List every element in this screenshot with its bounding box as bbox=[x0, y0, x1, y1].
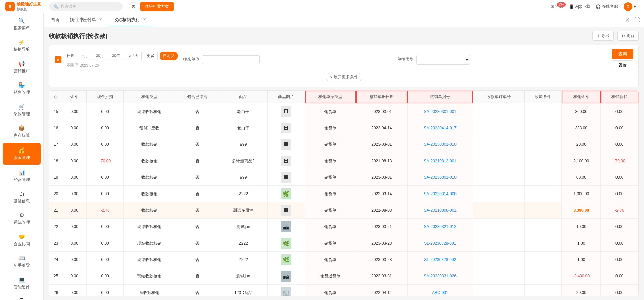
bill-no-link[interactable]: SA-20230314-008 bbox=[424, 191, 457, 196]
cell-bill-no: SA-20230301-010 bbox=[407, 169, 473, 186]
data-table-wrapper: ⚙ 余额 现金折扣 核销类型 包含已结清 商品 商品图片 核销单据类型 核销单据… bbox=[49, 90, 639, 296]
cell-cash-discount: 0.00 bbox=[86, 268, 124, 285]
customer-label: 往来单位 bbox=[183, 57, 199, 62]
sidebar-label-enterprise: 企业协同 bbox=[14, 241, 30, 247]
bill-no-link[interactable]: SA-20210808-001 bbox=[424, 208, 457, 213]
bill-no-link[interactable]: SA-20230321-012 bbox=[424, 224, 457, 229]
table-row: 260.000.00预收款核销否123D商品🏢销货单2022-04-14ABC-… bbox=[49, 285, 638, 297]
cell-cancel-type: 收款核销 bbox=[124, 202, 175, 219]
bill-no-link[interactable]: SL-20230328-001 bbox=[424, 241, 456, 246]
export-icon: ⤓ bbox=[597, 34, 600, 38]
date-btn-last-month[interactable]: 上月 bbox=[77, 52, 91, 60]
cell-cancel-discount: 0.00 bbox=[601, 285, 638, 297]
cell-receipt-order bbox=[473, 169, 524, 186]
filter-collapse-button[interactable]: » bbox=[55, 56, 61, 63]
bill-no-link[interactable]: SA-20230301-001 bbox=[424, 109, 457, 114]
row-id: 20 bbox=[54, 191, 58, 196]
tab-receipt[interactable]: 收款核销执行 ✕ bbox=[108, 14, 152, 26]
date-btn-more[interactable]: 更多 bbox=[144, 52, 158, 60]
bill-no-link[interactable]: SA-20230331-026 bbox=[424, 274, 457, 278]
cell-id: 22 bbox=[49, 219, 63, 235]
sidebar-label-search: 搜索菜单 bbox=[14, 25, 30, 31]
export-button[interactable]: ⤓ 导出 bbox=[592, 31, 614, 41]
product-image: 🖼 bbox=[281, 205, 291, 216]
filter-settings-button[interactable]: 设置 bbox=[612, 60, 633, 70]
bill-no-link[interactable]: SA-20230414-017 bbox=[424, 126, 457, 130]
cell-product: 测试jun bbox=[219, 268, 268, 285]
app-download-link[interactable]: 📱 App下载 bbox=[569, 4, 590, 9]
sidebar-item-business[interactable]: 📊 经营管理 bbox=[0, 165, 43, 187]
refresh-button[interactable]: ↻ 刷新 bbox=[617, 31, 639, 41]
tab-prepay-close[interactable]: ✕ bbox=[98, 17, 103, 22]
settings-icon[interactable]: ⚙ bbox=[129, 2, 138, 11]
sidebar-item-finance[interactable]: 💰 资金管理 bbox=[3, 143, 41, 165]
cell-cancel-amount: 20.00 bbox=[562, 136, 601, 153]
cell-bill-type: 销货单 bbox=[305, 285, 356, 297]
sidebar-item-search[interactable]: 🔍 搜索菜单 bbox=[0, 13, 43, 35]
sidebar-label-purchase: 采购管理 bbox=[14, 111, 30, 117]
tab-prepay[interactable]: 预付冲应付单 ✕ bbox=[64, 14, 108, 26]
sidebar-item-sales[interactable]: 🏪 销售管理 bbox=[0, 78, 43, 99]
sidebar-item-hardware[interactable]: 💻 智能硬件 bbox=[0, 272, 43, 294]
industry-solution-button[interactable]: 体验行业方案 bbox=[140, 2, 174, 11]
bill-type-select[interactable] bbox=[416, 55, 470, 65]
expand-icon[interactable]: ⛶ bbox=[633, 16, 641, 25]
date-btn-this-year[interactable]: 本年 bbox=[109, 52, 123, 60]
tab-home[interactable]: 首页 bbox=[46, 14, 64, 26]
th-balance: 余额 bbox=[63, 91, 86, 103]
customer-dots-icon[interactable]: ... bbox=[262, 57, 269, 63]
sidebar-item-guide[interactable]: 📖 新手引导 bbox=[0, 251, 43, 272]
date-range: 不限 至 2023-07-26 bbox=[67, 63, 178, 68]
column-settings-icon[interactable]: ⚙ bbox=[54, 94, 58, 100]
table-row: 240.000.00现结收款核销否2222🌿销货单2023-03-28SL-20… bbox=[49, 252, 638, 268]
megaphone-icon: 📢 bbox=[18, 60, 25, 67]
cell-product-img: 🖼 bbox=[267, 153, 305, 169]
cell-product-img: 🌿 bbox=[267, 186, 305, 202]
bill-no-link[interactable]: SA-20230301-010 bbox=[424, 142, 457, 147]
th-bill-type: 核销单据类型 bbox=[305, 91, 356, 103]
bill-no-link[interactable]: ABC-001 bbox=[432, 290, 448, 295]
cell-bill-date: 2023-03-28 bbox=[356, 235, 407, 252]
expand-conditions-button[interactable]: ∨ 展开更多条件 bbox=[326, 73, 362, 81]
sidebar-item-system[interactable]: ⚙ 系统管理 bbox=[0, 208, 43, 229]
sidebar-item-quick-nav[interactable]: ⚡ 快捷导航 bbox=[0, 35, 43, 56]
sidebar-item-marketing[interactable]: 📢 营销推广 bbox=[0, 56, 43, 78]
customer-input[interactable] bbox=[202, 55, 260, 64]
product-image: 🏢 bbox=[281, 287, 291, 296]
cell-cancel-type: 现结收款核销 bbox=[124, 103, 175, 120]
online-service-link[interactable]: 🎧 在线客服 bbox=[596, 4, 618, 9]
close-icon[interactable]: ✕ bbox=[624, 15, 631, 25]
query-button[interactable]: 查询 bbox=[612, 49, 633, 59]
sidebar-label-system: 系统管理 bbox=[14, 220, 30, 225]
sidebar-item-enterprise[interactable]: 🤝 企业协同 bbox=[0, 229, 43, 251]
cell-receipt-condition bbox=[524, 219, 562, 235]
cell-cancel-amount: 10.00 bbox=[562, 219, 601, 235]
app-download-label: App下载 bbox=[575, 4, 590, 9]
search-placeholder: 搜索菜单 bbox=[61, 4, 77, 9]
row-id: 19 bbox=[54, 175, 58, 180]
date-btn-this-month[interactable]: 本月 bbox=[93, 52, 107, 60]
cell-bill-no: SA-20230331-026 bbox=[407, 268, 473, 285]
sidebar-item-wechat[interactable]: 💬 企业微信 bbox=[0, 294, 43, 300]
cell-include-settled: 否 bbox=[175, 120, 219, 136]
data-table: ⚙ 余额 现金折扣 核销类型 包含已结清 商品 商品图片 核销单据类型 核销单据… bbox=[49, 91, 638, 296]
sidebar-item-basic[interactable]: 🗂 基础信息 bbox=[0, 187, 43, 208]
sidebar-item-purchase[interactable]: 🛒 采购管理 bbox=[0, 99, 43, 121]
date-btn-7days[interactable]: 近7天 bbox=[125, 52, 142, 60]
row-id: 22 bbox=[54, 224, 58, 229]
th-receipt-order-no: 收款单订单号 bbox=[473, 91, 524, 103]
date-btn-custom[interactable]: 自定义 bbox=[160, 52, 178, 60]
sidebar-item-inventory[interactable]: 📦 库存核算 bbox=[0, 121, 43, 142]
bill-no-link[interactable]: SA-20230301-010 bbox=[424, 175, 457, 180]
logo-icon: 6 bbox=[5, 2, 15, 11]
sidebar-label-guide: 新手引导 bbox=[14, 263, 30, 268]
user-avatar[interactable]: R Rit bbox=[624, 2, 639, 11]
store-icon: 🏪 bbox=[18, 82, 25, 88]
cell-id: 15 bbox=[49, 103, 63, 120]
message-button[interactable]: ✉ 消息 99+ bbox=[551, 4, 564, 9]
tab-receipt-close[interactable]: ✕ bbox=[142, 17, 147, 22]
bill-no-link[interactable]: SA-20210813-001 bbox=[424, 159, 457, 163]
cell-product: 2222 bbox=[219, 252, 268, 268]
bill-no-link[interactable]: SL-20230328-002 bbox=[424, 257, 456, 262]
top-bar: 6 畅捷通好生意 标准版 🔍 搜索菜单 ⚙ 体验行业方案 ✉ 消息 99+ 📱 … bbox=[0, 0, 644, 13]
